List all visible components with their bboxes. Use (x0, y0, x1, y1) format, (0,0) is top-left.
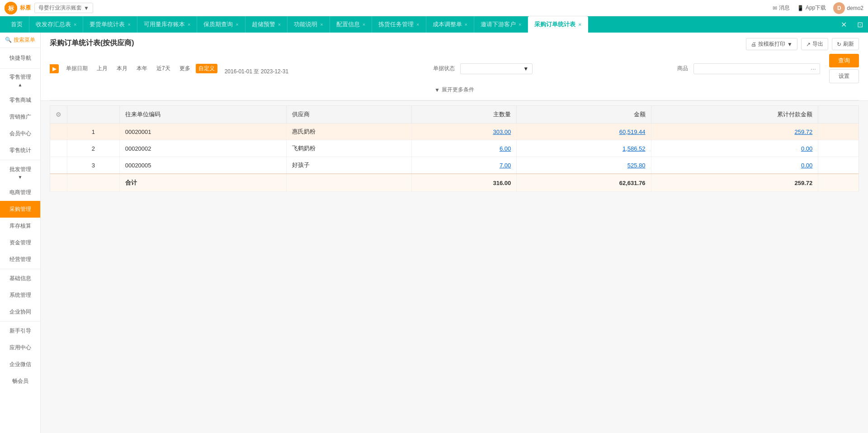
tab-yfhdj[interactable]: 要货单统计表 × (83, 16, 137, 33)
sidebar-item-basic-info[interactable]: 基础信息 (0, 270, 40, 287)
sidebar-item-app-center[interactable]: 应用中心 (0, 339, 40, 356)
user-name: demo2 (847, 5, 863, 11)
footer-supplier (287, 174, 411, 192)
sidebar-item-new-guide[interactable]: 新手引导 (0, 323, 40, 339)
date-opt-this-year[interactable]: 本年 (133, 64, 151, 73)
tab-pzxx-label: 配置信息 (336, 20, 360, 29)
sidebar-item-retail-mall[interactable]: 零售商城 (0, 92, 40, 109)
table-row: 3 00020005 好孩子 7.00 525.80 0.00 (50, 157, 859, 174)
tab-ccyj-close[interactable]: × (278, 22, 281, 27)
sidebar-system-label: 系统管理 (9, 291, 31, 299)
print-template-btn[interactable]: 🖨 按模板打印 ▼ (746, 38, 797, 50)
date-opt-7days[interactable]: 近7天 (153, 64, 174, 73)
settings-btn[interactable]: 设置 (829, 69, 859, 83)
footer-paid: 259.72 (651, 174, 818, 192)
row-seq: 1 (67, 124, 120, 140)
date-range-display: 2016-01-01 至 2023-12-31 (225, 62, 288, 76)
th-paid: 累计付款金额 (651, 106, 818, 124)
sidebar-item-system[interactable]: 系统管理 (0, 287, 40, 304)
tab-home[interactable]: 首页 (5, 16, 29, 33)
user-area[interactable]: D demo2 (833, 2, 863, 14)
goods-input[interactable] (698, 66, 809, 72)
refresh-label: 刷新 (843, 40, 854, 48)
tab-close-btn[interactable]: ✕ (835, 16, 852, 33)
query-btn[interactable]: 查询 (829, 54, 859, 67)
chevron-down-expand-icon: ▼ (434, 87, 440, 93)
logo-text: 标雁 (20, 4, 31, 12)
table-settings-icon[interactable]: ⚙ (56, 111, 61, 118)
tab-shfa-close[interactable]: × (74, 22, 76, 27)
date-opt-last-month[interactable]: 上月 (93, 64, 111, 73)
chevron-down-icon-2: ▼ (18, 175, 23, 180)
expand-more-btn[interactable]: ▼ 展开更多条件 (50, 83, 859, 96)
print-arrow: ▼ (787, 41, 793, 48)
tab-bqcx[interactable]: 保质期查询 × (197, 16, 245, 33)
row-unit-code: 00020005 (119, 157, 287, 174)
tab-yqxgy[interactable]: 邀请下游客户 × (474, 16, 528, 33)
tab-bqcx-label: 保质期查询 (203, 20, 233, 29)
sidebar-divider-3 (0, 321, 40, 322)
th-settings[interactable]: ⚙ (50, 106, 67, 124)
row-qty: 7.00 (411, 157, 516, 174)
sidebar-item-retail-stats[interactable]: 零售统计 (0, 142, 40, 159)
sidebar-item-member-club[interactable]: 畅会员 (0, 373, 40, 390)
top-bar: 标 标雁 母婴行业演示账套 ▼ ✉ 消息 📱 App下载 D demo2 (0, 0, 868, 16)
message-icon: ✉ (773, 5, 777, 11)
tab-ccyj-label: 超储预警 (252, 20, 275, 29)
sidebar-item-quick-nav[interactable]: 快捷导航 (0, 50, 40, 67)
tab-yfhdj-close[interactable]: × (127, 22, 130, 27)
tab-kylkzb-label: 可用量库存账本 (144, 20, 185, 29)
sidebar-item-operations[interactable]: 经营管理 (0, 251, 40, 268)
tab-cbtz[interactable]: 成本调整单 × (426, 16, 474, 33)
sidebar-item-finance[interactable]: 资金管理 (0, 234, 40, 251)
tab-restore-btn[interactable]: ⊡ (852, 16, 868, 33)
data-table: ⚙ 往来单位编码 供应商 主数量 金额 累计付款金额 1 00020001 (50, 105, 859, 192)
row-paid: 259.72 (651, 124, 818, 140)
tab-phxsgl-close[interactable]: × (416, 22, 419, 27)
page-toolbar: 🖨 按模板打印 ▼ ↗ 导出 ↻ 刷新 (746, 38, 859, 50)
tab-phxsgl[interactable]: 拣货任务管理 × (372, 16, 426, 33)
app-download-btn[interactable]: 📱 App下载 (797, 4, 826, 12)
status-select[interactable]: ▼ (460, 63, 533, 74)
tab-cbtz-close[interactable]: × (465, 22, 467, 27)
tab-cgdtjb[interactable]: 采购订单统计表 × (528, 16, 588, 33)
sidebar-item-purchase[interactable]: 采购管理 (0, 201, 40, 218)
sidebar-item-inventory[interactable]: 库存核算 (0, 218, 40, 234)
tab-pzxx[interactable]: 配置信息 × (330, 16, 372, 33)
filter-collapse-btn[interactable]: ▶ (50, 64, 59, 73)
sidebar-item-member-center[interactable]: 会员中心 (0, 125, 40, 142)
date-opt-this-month[interactable]: 本月 (113, 64, 131, 73)
tab-yqxgy-close[interactable]: × (519, 22, 521, 27)
svg-text:标: 标 (8, 5, 14, 12)
workspace-arrow: ▼ (84, 5, 89, 11)
tab-gnsm-close[interactable]: × (320, 22, 323, 27)
tab-shfa[interactable]: 收发存汇总表 × (29, 16, 83, 33)
workspace-selector[interactable]: 母婴行业演示账套 ▼ (34, 3, 93, 13)
row-qty: 6.00 (411, 140, 516, 157)
tab-pzxx-close[interactable]: × (363, 22, 365, 27)
row-supplier: 好孩子 (287, 157, 411, 174)
sidebar-operations-label: 经营管理 (9, 256, 31, 263)
sidebar-item-retail-mgmt[interactable]: 零售管理 ▲ (0, 69, 40, 92)
tab-cgdtjb-close[interactable]: × (578, 22, 581, 27)
sidebar-item-wholesale[interactable]: 批发管理 ▼ (0, 161, 40, 184)
sidebar-item-enterprise[interactable]: 企业协同 (0, 304, 40, 320)
tab-kylkzb[interactable]: 可用量库存账本 × (137, 16, 197, 33)
tab-kylkzb-close[interactable]: × (188, 22, 190, 27)
tab-gnsm[interactable]: 功能说明 × (288, 16, 330, 33)
sidebar-retail-stats-label: 零售统计 (9, 147, 31, 154)
message-btn[interactable]: ✉ 消息 (773, 4, 790, 12)
goods-search-more[interactable]: ··· (811, 65, 816, 72)
sidebar-item-ecommerce[interactable]: 电商管理 (0, 184, 40, 201)
tab-bqcx-close[interactable]: × (236, 22, 238, 27)
date-opt-custom[interactable]: 自定义 (196, 64, 217, 73)
sidebar-item-marketing[interactable]: 营销推广 (0, 109, 40, 125)
sidebar-item-enterprise-wechat[interactable]: 企业微信 (0, 356, 40, 373)
sidebar-search[interactable]: 🔍 搜索菜单 (0, 33, 40, 48)
tab-ccyj[interactable]: 超储预警 × (245, 16, 288, 33)
sidebar-divider-2 (0, 269, 40, 269)
refresh-btn[interactable]: ↻ 刷新 (832, 38, 859, 50)
date-opt-more[interactable]: 更多 (176, 64, 194, 73)
export-btn[interactable]: ↗ 导出 (801, 38, 828, 50)
footer-seq (67, 174, 120, 192)
